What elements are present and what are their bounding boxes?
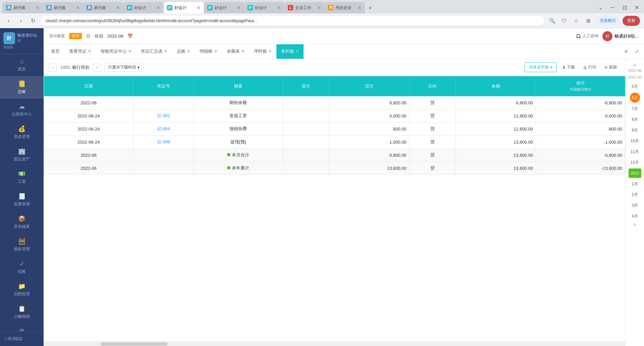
expand-pane-icon[interactable]: ⤢ bbox=[632, 47, 641, 56]
tab-close-9[interactable]: ✕ bbox=[358, 5, 362, 10]
tab-close-3[interactable]: ✕ bbox=[116, 5, 120, 10]
tab-close-5[interactable]: ✕ bbox=[197, 5, 201, 10]
user-avatar[interactable]: 好 畅通好B组... bbox=[602, 31, 639, 41]
tab-close-7[interactable]: ✕ bbox=[277, 5, 281, 10]
browser-tab-3[interactable]: 易 易代账 ✕ bbox=[83, 2, 123, 13]
month-item-12[interactable]: 12月 bbox=[628, 158, 642, 167]
minimize-button[interactable]: ─ bbox=[608, 3, 617, 12]
month-item-2023-1[interactable]: 1月 bbox=[628, 179, 642, 189]
sidebar-item-ledger[interactable]: 📒 总账 bbox=[0, 76, 44, 99]
page-tab-home[interactable]: 首页 bbox=[46, 44, 64, 59]
subcategory-filter[interactable]: 只显示下级科目 ▾ bbox=[104, 63, 143, 72]
month-item-8[interactable]: 8月 bbox=[628, 115, 642, 124]
month-item-2023-2[interactable]: 2月 bbox=[628, 190, 642, 199]
restore-button[interactable]: ⊡ bbox=[620, 3, 629, 12]
sidebar-item-settings[interactable]: ⚙ 基础设置 bbox=[0, 324, 44, 331]
month-item-10[interactable]: 10月 bbox=[628, 136, 642, 146]
shield-icon[interactable]: 🛡 bbox=[559, 16, 569, 26]
sidebar-item-close[interactable]: ✓ 结账 bbox=[0, 256, 44, 279]
tab-close-2[interactable]: ✕ bbox=[76, 5, 80, 10]
profile-button[interactable]: 无痕模式 bbox=[596, 16, 620, 26]
browser-tab-1[interactable]: 易 易代账 ✕ bbox=[3, 2, 43, 13]
page-tab-voucher[interactable]: 查看凭证 ✕ bbox=[64, 44, 96, 59]
close-browser-button[interactable]: ✕ bbox=[632, 3, 641, 12]
page-tab-balance[interactable]: 余额表 ✕ bbox=[222, 44, 249, 59]
browser-tab-8[interactable]: C 企业工作 ✕ bbox=[284, 2, 325, 13]
col-header-date: 日期 bbox=[44, 76, 133, 96]
sidebar-label-archive: 归档管理 bbox=[14, 291, 30, 297]
page-tab-balance-close[interactable]: ✕ bbox=[241, 49, 245, 54]
sidebar-item-tax[interactable]: 🧮 税务管理 bbox=[0, 234, 44, 256]
company-settings-icon[interactable]: ⚙ bbox=[86, 33, 91, 39]
browser-tab-5[interactable]: 好 好会计 ✕ bbox=[164, 2, 204, 13]
month-item-5[interactable]: 5月 bbox=[628, 82, 642, 91]
tab-close-6[interactable]: ✕ bbox=[237, 5, 241, 10]
month-item-2023-4[interactable]: 4月 bbox=[628, 211, 642, 221]
page-tab-general[interactable]: 总账 ✕ bbox=[172, 44, 195, 59]
horizontal-scrollbar[interactable] bbox=[44, 341, 625, 346]
month-item-2023-3[interactable]: 3月 bbox=[628, 201, 642, 210]
page-tab-general-close[interactable]: ✕ bbox=[187, 49, 190, 54]
page-tab-journal-close[interactable]: ✕ bbox=[268, 49, 272, 54]
month-item-9[interactable]: 9月 bbox=[628, 126, 642, 135]
browser-tab-7[interactable]: 好 好会计 ✕ bbox=[244, 2, 284, 13]
star-icon[interactable]: ☆ bbox=[572, 16, 581, 26]
special-multicolumn-button[interactable]: 特殊多栏账 ▾ bbox=[525, 62, 557, 72]
company-tag-badge[interactable]: 常用 bbox=[69, 33, 82, 39]
cell-voucher[interactable]: 记-004 bbox=[133, 122, 194, 136]
sidebar-item-invoice[interactable]: 🧾 发票管理 bbox=[0, 189, 44, 211]
next-account-button[interactable]: › bbox=[93, 63, 101, 71]
sidebar-item-assets[interactable]: 🏢 固定资产 bbox=[0, 144, 44, 166]
new-tab-button[interactable]: + bbox=[365, 3, 376, 13]
page-tab-smart-close[interactable]: ✕ bbox=[128, 49, 131, 54]
sidebar-item-inventory[interactable]: 📦 库存核算 bbox=[0, 211, 44, 234]
tab-close-1[interactable]: ✕ bbox=[36, 5, 40, 10]
refresh-button[interactable]: ↻ 刷新 bbox=[602, 63, 620, 72]
address-input[interactable] bbox=[40, 16, 545, 26]
page-tab-smart[interactable]: 智能凭证中心 ✕ bbox=[96, 44, 136, 59]
sidebar-item-archive[interactable]: 📁 归档管理 bbox=[0, 279, 44, 301]
cell-voucher bbox=[133, 149, 194, 162]
month-item-6[interactable]: 6月 bbox=[630, 93, 640, 103]
scroll-down-arrow[interactable]: ▼ bbox=[633, 222, 637, 228]
page-tab-summary-close[interactable]: ✕ bbox=[164, 49, 167, 54]
page-tab-detail[interactable]: 明细账 ✕ bbox=[195, 44, 222, 59]
browser-tab-6[interactable]: 好 好会计 ✕ bbox=[204, 2, 244, 13]
sidebar-item-home[interactable]: ⌂ 首页 bbox=[0, 54, 44, 76]
browser-tab-4[interactable]: 好 好会计 ✕ bbox=[123, 2, 164, 13]
month-item-7[interactable]: 7月 bbox=[628, 104, 642, 113]
download-button[interactable]: ⬇ 下载 bbox=[559, 63, 578, 72]
sidebar-item-reports[interactable]: ☁ 云报表中心 bbox=[0, 99, 44, 121]
tab-list-button[interactable]: ⌄ bbox=[596, 3, 605, 12]
cell-voucher[interactable]: 记-002 bbox=[133, 109, 194, 122]
tab-close-4[interactable]: ✕ bbox=[156, 5, 160, 10]
consult-button[interactable]: 🎧 人工咨询 bbox=[576, 33, 598, 39]
sidebar-item-expense[interactable]: 📋 小畅报销 bbox=[0, 301, 44, 324]
sidebar-item-funds[interactable]: 💰 资金管理 bbox=[0, 121, 44, 144]
sidebar-item-salary[interactable]: 💵 工资 bbox=[0, 166, 44, 189]
page-tab-multicolumn[interactable]: 多栏账 ✕ bbox=[276, 44, 304, 59]
minimize-pane-icon[interactable]: ✕ bbox=[621, 47, 631, 56]
print-button[interactable]: 🖨 打印 bbox=[580, 63, 599, 72]
page-tab-voucher-close[interactable]: ✕ bbox=[88, 49, 91, 54]
extension-icon[interactable]: ⊞ bbox=[584, 16, 593, 26]
page-tab-detail-close[interactable]: ✕ bbox=[214, 49, 217, 54]
scroll-up-arrow[interactable]: ▲ bbox=[633, 62, 637, 67]
browser-tab-2[interactable]: 易 易代账 ✕ bbox=[43, 2, 83, 13]
back-button[interactable]: ‹ bbox=[4, 16, 13, 26]
page-tab-multicolumn-close[interactable]: ✕ bbox=[296, 49, 299, 54]
forward-button[interactable]: › bbox=[16, 16, 25, 26]
tab-close-8[interactable]: ✕ bbox=[317, 5, 321, 10]
month-item-11[interactable]: 11月 bbox=[628, 147, 642, 156]
cell-voucher[interactable]: 记-006 bbox=[133, 136, 194, 149]
page-tab-summary[interactable]: 凭证汇总表 ✕ bbox=[136, 44, 172, 59]
update-button[interactable]: 更新 bbox=[623, 16, 640, 26]
scroll-thumb[interactable] bbox=[101, 342, 168, 346]
calendar-icon[interactable]: 📅 bbox=[127, 34, 133, 39]
prev-account-button[interactable]: ‹ bbox=[49, 63, 57, 71]
unpin-button[interactable]: ◁ 取消固定 bbox=[3, 334, 41, 343]
reload-button[interactable]: ↻ bbox=[28, 16, 38, 26]
page-tab-journal[interactable]: 序时账 ✕ bbox=[249, 44, 276, 59]
browser-tab-9[interactable]: 用 用友好业 ✕ bbox=[325, 2, 365, 13]
search-icon[interactable]: 🔍 bbox=[547, 16, 557, 26]
